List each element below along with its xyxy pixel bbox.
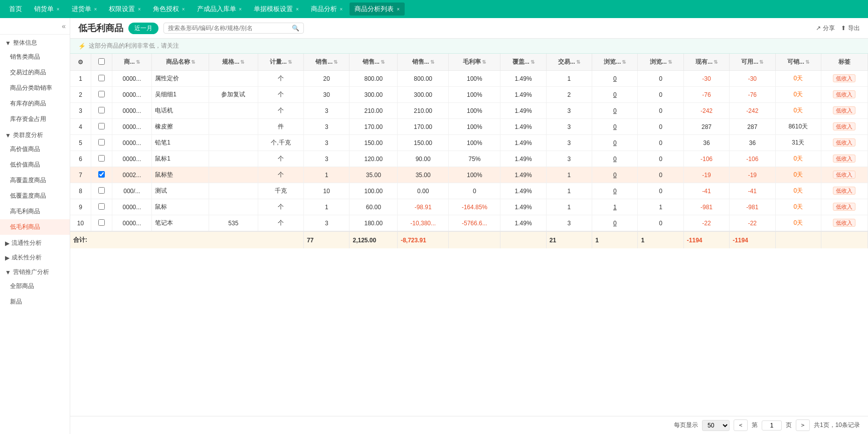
settings-icon[interactable]: ⚙ [78,59,83,66]
view-link[interactable]: 1 [613,204,617,211]
th-currentStock[interactable]: 现有...⇅ [683,54,729,71]
row-views1[interactable]: 0 [592,183,638,199]
row-checkbox[interactable] [91,215,112,232]
th-salesProfit[interactable]: 销售...⇅ [398,54,449,71]
sidebar-item-新品[interactable]: 新品 [0,294,70,310]
th-spec[interactable]: 规格...⇅ [209,54,258,71]
row-views1[interactable]: 0 [592,71,638,87]
nav-close-icon[interactable]: × [294,7,299,12]
row-tag[interactable]: 低收入 [821,119,867,135]
th-grossMargin[interactable]: 毛利率⇅ [449,54,500,71]
row-checkbox[interactable] [91,183,112,199]
view-link[interactable]: 0 [613,156,617,163]
th-coverage[interactable]: 覆盖...⇅ [500,54,546,71]
row-checkbox-input[interactable] [98,75,105,81]
nav-item-单据模板设置[interactable]: 单据模板设置 × [249,3,304,16]
search-input[interactable] [168,25,290,32]
sidebar-group-整体信息[interactable]: ▼整体信息 [0,35,70,49]
sidebar-item-销售类商品[interactable]: 销售类商品 [0,49,70,65]
row-checkbox[interactable] [91,199,112,215]
row-checkbox[interactable] [91,135,112,151]
nav-item-商品分析列表[interactable]: 商品分析列表 × [350,3,405,16]
row-checkbox-input[interactable] [98,219,105,226]
row-checkbox-input[interactable] [98,139,105,146]
th-views1[interactable]: 浏览...⇅ [592,54,638,71]
view-link[interactable]: 0 [613,75,617,82]
row-views1[interactable]: 0 [592,87,638,103]
search-icon[interactable]: 🔍 [292,25,299,32]
row-checkbox[interactable] [91,103,112,119]
th-salesQty[interactable]: 销售...⇅ [304,54,350,71]
sidebar-item-全部商品[interactable]: 全部商品 [0,278,70,294]
sidebar-item-商品分类助销率[interactable]: 商品分类助销率 [0,80,70,96]
th-code[interactable]: 商...⇅ [112,54,152,71]
row-tag[interactable]: 低收入 [821,103,867,119]
sidebar-group-营销推广分析[interactable]: ▼营销推广分析 [0,264,70,278]
nav-close-icon[interactable]: × [136,7,141,12]
nav-close-icon[interactable]: × [238,7,242,12]
page-size-select[interactable]: 50 100 200 [702,420,730,431]
row-checkbox-input[interactable] [98,123,105,129]
row-checkbox[interactable] [91,87,112,103]
row-tag[interactable]: 低收入 [821,199,867,215]
row-checkbox[interactable] [91,151,112,167]
row-views1[interactable]: 0 [592,167,638,183]
view-link[interactable]: 0 [613,139,617,147]
view-link[interactable]: 0 [613,91,617,98]
row-tag[interactable]: 低收入 [821,135,867,151]
th-salesAmt[interactable]: 销售...⇅ [350,54,398,71]
view-link[interactable]: 0 [613,220,617,227]
view-link[interactable]: 0 [613,188,617,195]
page-number-input[interactable] [762,420,782,430]
nav-item-角色授权[interactable]: 角色授权 × [148,3,190,16]
nav-item-商品分析[interactable]: 商品分析 × [306,3,348,16]
th-availableStock[interactable]: 可用...⇅ [730,54,775,71]
filter-month-btn[interactable]: 近一月 [128,23,158,34]
row-views1[interactable]: 0 [592,215,638,232]
sidebar-item-有库存的商品[interactable]: 有库存的商品 [0,96,70,111]
select-all-checkbox[interactable] [98,58,105,65]
nav-item-权限设置[interactable]: 权限设置 × [104,3,146,16]
sidebar-item-低覆盖度商品[interactable]: 低覆盖度商品 [0,188,70,204]
row-checkbox-input[interactable] [98,107,105,113]
row-tag[interactable]: 低收入 [821,151,867,167]
sidebar-group-成长性分析[interactable]: ▶成长性分析 [0,249,70,264]
th-transactions[interactable]: 交易...⇅ [546,54,592,71]
view-link[interactable]: 0 [613,172,617,179]
sidebar-collapse-btn[interactable]: « [60,20,68,32]
nav-close-icon[interactable]: × [93,7,97,12]
sidebar-item-高价值商品[interactable]: 高价值商品 [0,141,70,157]
th-saleableDays[interactable]: 可销...⇅ [775,54,821,71]
row-views1[interactable]: 0 [592,103,638,119]
th-views2[interactable]: 浏览...⇅ [638,54,683,71]
row-checkbox-input[interactable] [98,155,105,162]
sidebar-group-流通性分析[interactable]: ▶流通性分析 [0,235,70,249]
th-unit[interactable]: 计量...⇅ [258,54,303,71]
sidebar-item-低价值商品[interactable]: 低价值商品 [0,157,70,173]
row-checkbox[interactable] [91,71,112,87]
nav-close-icon[interactable]: × [181,7,185,12]
share-btn[interactable]: ↗ 分享 [816,24,835,33]
next-page-btn[interactable]: ＞ [796,419,810,431]
row-checkbox-input[interactable] [98,171,105,178]
row-views1[interactable]: 0 [592,119,638,135]
nav-close-icon[interactable]: × [395,7,400,12]
row-checkbox[interactable] [91,167,112,183]
nav-close-icon[interactable]: × [338,7,343,12]
nav-item-产成品入库单[interactable]: 产成品入库单 × [192,3,247,16]
nav-close-icon[interactable]: × [55,7,60,12]
nav-item-首页[interactable]: 首页 [4,3,27,16]
prev-page-btn[interactable]: ＜ [734,419,748,431]
row-tag[interactable]: 低收入 [821,71,867,87]
row-views1[interactable]: 0 [592,135,638,151]
sidebar-item-高毛利商品[interactable]: 高毛利商品 [0,204,70,219]
row-tag[interactable]: 低收入 [821,167,867,183]
row-views1[interactable]: 0 [592,151,638,167]
sidebar-item-低毛利商品[interactable]: 低毛利商品 [0,219,70,235]
row-checkbox-input[interactable] [98,187,105,194]
row-tag[interactable]: 低收入 [821,87,867,103]
row-checkbox-input[interactable] [98,91,105,97]
nav-item-销货单[interactable]: 销货单 × [29,3,65,16]
sidebar-group-类群度分析[interactable]: ▼类群度分析 [0,127,70,141]
export-btn[interactable]: ⬆ 导出 [841,24,860,33]
